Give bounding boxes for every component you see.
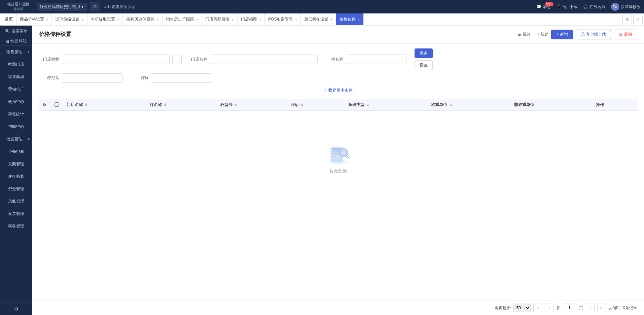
sidebar-item-retail-mgmt[interactable]: 零售管理 ▲ [0, 46, 32, 58]
download-label: 凸 客户端下载 [581, 32, 606, 37]
version-selector[interactable]: 好业财标准版交付试用 ▾ [37, 3, 87, 11]
sort-barcode-type-icon[interactable]: ⇅ [366, 103, 369, 107]
tab-home[interactable]: 首页 [1, 13, 16, 26]
message-button[interactable]: 💬 消息 99+ [536, 4, 551, 10]
sort-scale-model-icon[interactable]: ⇅ [234, 103, 237, 107]
search-row-1: 门店档案 ··· 门店名称 秤名称 查询 设置 [39, 48, 637, 70]
sidebar-item-marketing[interactable]: 营销推广 [0, 83, 32, 96]
tab-sale-history[interactable]: 销售历史价跟踪 × [163, 13, 202, 26]
next-page-button[interactable]: › [586, 304, 595, 312]
sidebar-item-wholesale-mgmt[interactable]: 批发管理 ▼ [0, 133, 32, 145]
sidebar-item-small-ecom[interactable]: 小畅电商 [0, 145, 32, 158]
sidebar-item-purchase-mgmt[interactable]: 采购管理 [0, 158, 32, 170]
th-weight-unit-label: 称重单位 [431, 102, 447, 107]
sidebar-item-help-center[interactable]: 帮助中心 [0, 120, 32, 133]
scale-name-input[interactable] [346, 55, 406, 64]
th-barcode-type-label: 条码类型 [348, 102, 364, 107]
store-archive-field: 门店档案 ··· [39, 55, 182, 64]
sidebar-item-general-ledger[interactable]: 总账管理 [0, 195, 32, 208]
tab-expand-button[interactable]: ⤢ [633, 15, 643, 24]
store-name-label: 门店名称 [187, 57, 207, 62]
page-size-select[interactable]: 20 50 100 [513, 304, 531, 312]
select-all-checkbox[interactable] [55, 102, 59, 107]
add-button[interactable]: + 新增 [551, 30, 573, 39]
sidebar-item-funds-mgmt[interactable]: 资金管理 [0, 183, 32, 195]
demo-link[interactable]: ○ 我要看实例演示 [104, 4, 137, 10]
tab-sale-history-close[interactable]: × [196, 18, 198, 22]
tab-price-settings-close[interactable]: × [46, 18, 48, 22]
sort-scale-ip-icon[interactable]: ⇅ [300, 103, 303, 107]
sidebar-settings-button[interactable]: ⚙ [0, 303, 32, 315]
tab-price-transfer-close[interactable]: × [358, 18, 360, 22]
online-service-button[interactable]: 🎧 在线客服 [583, 4, 606, 10]
tab-purchase-history[interactable]: 采购历史价跟踪 × [123, 13, 162, 26]
last-page-button[interactable]: » [597, 304, 606, 312]
th-gear[interactable]: ⚙ [39, 99, 51, 111]
sidebar-item-retail-mall[interactable]: 零售商城 [0, 71, 32, 83]
user-area[interactable]: Ea 徐泽华修改 [611, 3, 641, 11]
tab-sale-price[interactable]: 售价提取设置 × [87, 13, 123, 26]
tab-store-archive[interactable]: 门店档案 × [238, 13, 265, 26]
sidebar: 🔍 搜索菜单 ⊞ 快捷导航 零售管理 ▲ 智慧门店 零售商城 营销推广 会员中心… [0, 26, 32, 315]
sidebar-nav[interactable]: ⊞ 快捷导航 [0, 37, 32, 46]
store-archive-select-button[interactable]: ··· [172, 55, 182, 64]
download-button[interactable]: 凸 客户端下载 [576, 30, 611, 39]
sidebar-item-tax-mgmt[interactable]: 税务管理 [0, 220, 32, 233]
tab-purchase-strategy-close[interactable]: × [81, 18, 83, 22]
tab-pos-manage[interactable]: POS加密管理 × [265, 13, 301, 26]
tab-min-discount-label: 最低折扣设置 [304, 16, 328, 22]
tab-min-discount[interactable]: 最低折扣设置 × [301, 13, 336, 26]
tab-purchase-history-close[interactable]: × [156, 18, 158, 22]
page-word-label2: 页 [579, 305, 583, 311]
sidebar-item-smart-store[interactable]: 智慧门店 [0, 58, 32, 71]
tab-store-archive-close[interactable]: × [259, 18, 261, 22]
tab-end-buttons: ✕ ⤢ [622, 15, 643, 24]
sidebar-item-funds-mgmt-label: 资金管理 [2, 186, 30, 192]
sidebar-item-inventory[interactable]: 库存核算 [0, 170, 32, 183]
main-layout: 🔍 搜索菜单 ⊞ 快捷导航 零售管理 ▲ 智慧门店 零售商城 营销推广 会员中心… [0, 26, 644, 315]
scale-model-input[interactable] [62, 73, 122, 83]
query-button[interactable]: 查询 [415, 48, 433, 58]
settings-form-button[interactable]: 设置 [415, 60, 433, 70]
tab-close-button[interactable]: ✕ [622, 15, 632, 24]
sidebar-search[interactable]: 🔍 搜索菜单 [0, 26, 32, 37]
sidebar-item-member-center[interactable]: 会员中心 [0, 96, 32, 108]
tab-purchase-strategy[interactable]: 进价策略设置 × [52, 13, 87, 26]
first-page-button[interactable]: « [533, 304, 542, 312]
video-link[interactable]: ▶ 视频 [518, 32, 531, 37]
sort-weight-unit-icon[interactable]: ⇅ [449, 103, 452, 107]
tab-price-transfer[interactable]: 价格传秤 × [336, 13, 363, 26]
page-title: 价格传秤设置 [39, 31, 71, 38]
tab-price-transfer-label: 价格传秤 [339, 16, 356, 22]
th-scale-model-label: 秤型号 [220, 102, 232, 107]
tab-pos-manage-label: POS加密管理 [268, 16, 293, 22]
tab-sale-price-close[interactable]: × [117, 18, 119, 22]
th-scale-name-label: 秤名称 [150, 102, 162, 107]
sidebar-item-retail-stats[interactable]: 零售统计 [0, 108, 32, 120]
store-name-input[interactable] [210, 55, 318, 64]
delete-button[interactable]: 🗑 删除 [614, 30, 637, 39]
app-download-button[interactable]: 📱 App下载 [556, 4, 578, 10]
sort-store-name-icon[interactable]: ⇅ [84, 103, 87, 107]
store-archive-input[interactable] [62, 55, 170, 64]
collapse-button[interactable]: ∧ 收起更多条件 [324, 88, 353, 93]
content-area: 价格传秤设置 ▶ 视频 | ? 帮助 + 新增 凸 客户端下载 🗑 [32, 26, 644, 315]
help-link[interactable]: ? 帮助 [537, 32, 549, 37]
tab-price-settings[interactable]: 商品价格设置 × [16, 13, 52, 26]
sidebar-item-invoice-mgmt[interactable]: 发票管理 [0, 208, 32, 220]
page-input[interactable] [563, 304, 576, 312]
scale-ip-input[interactable] [151, 73, 211, 83]
tab-store-catalog[interactable]: 门店商品目录 × [202, 13, 237, 26]
sort-scale-name-icon[interactable]: ⇅ [164, 103, 166, 107]
table-gear-icon: ⚙ [42, 103, 46, 107]
tab-price-settings-label: 商品价格设置 [20, 16, 44, 22]
sidebar-item-help-center-label: 帮助中心 [2, 124, 30, 130]
prev-page-button[interactable]: ‹ [545, 304, 553, 312]
collapse-label: 收起更多条件 [328, 88, 353, 93]
tab-pos-manage-close[interactable]: × [295, 18, 297, 22]
th-checkbox[interactable] [51, 99, 63, 111]
tab-store-catalog-close[interactable]: × [231, 18, 234, 22]
topbar-settings-button[interactable]: ⚙ [90, 2, 100, 11]
th-weight-unit: 称重单位 ⇅ [428, 99, 511, 111]
tab-min-discount-close[interactable]: × [330, 18, 332, 22]
